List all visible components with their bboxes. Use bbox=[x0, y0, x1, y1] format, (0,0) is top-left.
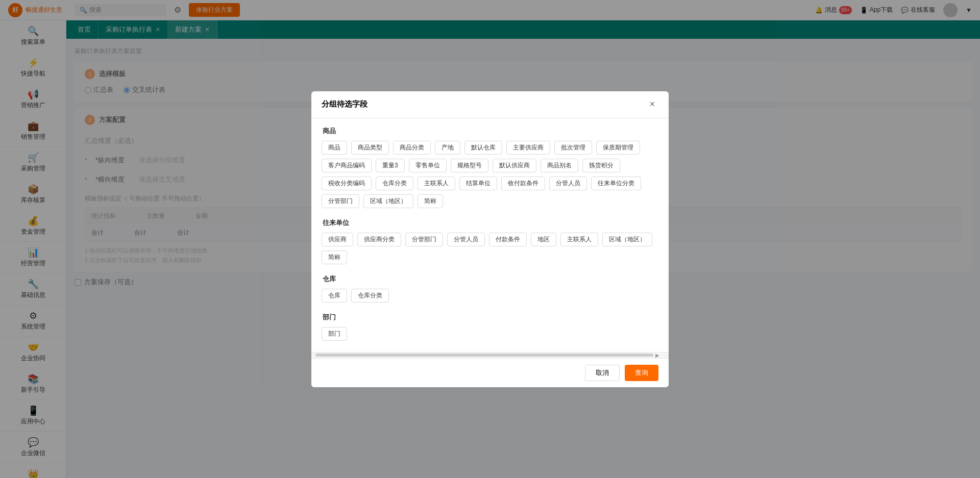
field-tag[interactable]: 拣货积分 bbox=[582, 159, 620, 172]
product-field-tags: 商品 商品类型 商品分类 产地 默认仓库 主要供应商 批次管理 保质期管理 客户… bbox=[322, 141, 658, 208]
field-tag[interactable]: 默认仓库 bbox=[464, 141, 502, 155]
field-tag[interactable]: 供应商 bbox=[322, 233, 353, 246]
field-tag[interactable]: 商品别名 bbox=[541, 159, 578, 172]
section-partner: 往来单位 供应商 供应商分类 分管部门 分管人员 付款条件 地区 主联系人 区域… bbox=[322, 218, 658, 264]
section-department-title: 部门 bbox=[322, 313, 658, 322]
field-tag[interactable]: 商品分类 bbox=[393, 141, 431, 155]
field-tag[interactable]: 简称 bbox=[418, 194, 443, 208]
field-tag[interactable]: 供应商分类 bbox=[357, 233, 401, 246]
field-tag[interactable]: 区域（地区） bbox=[602, 233, 652, 246]
field-tag[interactable]: 区域（地区） bbox=[363, 194, 413, 208]
modal-overlay: 分组待选字段 × 商品 商品 商品类型 商品分类 产地 默认 bbox=[66, 39, 980, 478]
confirm-button[interactable]: 查询 bbox=[625, 365, 658, 381]
modal-close-btn[interactable]: × bbox=[646, 98, 658, 111]
field-tag[interactable]: 客户商品编码 bbox=[322, 159, 372, 172]
partner-field-tags: 供应商 供应商分类 分管部门 分管人员 付款条件 地区 主联系人 区域（地区） … bbox=[322, 233, 658, 264]
field-tag[interactable]: 重量3 bbox=[376, 159, 405, 172]
field-tag[interactable]: 仓库分类 bbox=[376, 177, 413, 190]
field-tag[interactable]: 分管部门 bbox=[322, 194, 359, 208]
section-product-title: 商品 bbox=[322, 127, 658, 136]
modal-dialog: 分组待选字段 × 商品 商品 商品类型 商品分类 产地 默认 bbox=[311, 91, 669, 387]
modal-body: 商品 商品 商品类型 商品分类 产地 默认仓库 主要供应商 批次管理 保质期管理 bbox=[311, 118, 669, 352]
content-area: 采购订单执行表方案设置 1 选择模板 汇总表 交叉统计表 bbox=[66, 39, 980, 478]
field-tag[interactable]: 分管部门 bbox=[405, 233, 443, 246]
field-tag[interactable]: 税收分类编码 bbox=[322, 177, 372, 190]
field-tag[interactable]: 批次管理 bbox=[554, 141, 592, 155]
section-partner-title: 往来单位 bbox=[322, 218, 658, 228]
field-tag[interactable]: 零售单位 bbox=[409, 159, 447, 172]
field-tag[interactable]: 收付款条件 bbox=[501, 177, 545, 190]
field-tag[interactable]: 商品类型 bbox=[351, 141, 389, 155]
field-tag[interactable]: 结算单位 bbox=[459, 177, 497, 190]
warehouse-field-tags: 仓库 仓库分类 bbox=[322, 289, 658, 303]
horizontal-scrollbar[interactable]: ▶ bbox=[311, 352, 669, 358]
modal-header: 分组待选字段 × bbox=[311, 91, 669, 118]
field-tag[interactable]: 商品 bbox=[322, 141, 347, 155]
modal-footer: 取消 查询 bbox=[311, 358, 669, 387]
field-tag[interactable]: 保质期管理 bbox=[596, 141, 640, 155]
field-tag[interactable]: 规格型号 bbox=[451, 159, 488, 172]
field-tag[interactable]: 仓库 bbox=[322, 289, 347, 303]
field-tag[interactable]: 仓库分类 bbox=[351, 289, 389, 303]
field-tag[interactable]: 主联系人 bbox=[560, 233, 598, 246]
section-product: 商品 商品 商品类型 商品分类 产地 默认仓库 主要供应商 批次管理 保质期管理 bbox=[322, 127, 658, 208]
section-department: 部门 部门 bbox=[322, 313, 658, 341]
field-tag[interactable]: 默认供应商 bbox=[493, 159, 536, 172]
modal-title: 分组待选字段 bbox=[322, 99, 368, 109]
section-warehouse: 仓库 仓库 仓库分类 bbox=[322, 274, 658, 303]
field-tag[interactable]: 主要供应商 bbox=[506, 141, 550, 155]
section-warehouse-title: 仓库 bbox=[322, 274, 658, 284]
field-tag[interactable]: 部门 bbox=[322, 327, 347, 341]
field-tag[interactable]: 地区 bbox=[531, 233, 556, 246]
field-tag[interactable]: 分管人员 bbox=[447, 233, 485, 246]
field-tag[interactable]: 往来单位分类 bbox=[591, 177, 641, 190]
cancel-button[interactable]: 取消 bbox=[585, 365, 620, 381]
department-field-tags: 部门 bbox=[322, 327, 658, 341]
field-tag[interactable]: 付款条件 bbox=[489, 233, 527, 246]
field-tag[interactable]: 简称 bbox=[322, 250, 347, 264]
field-tag[interactable]: 分管人员 bbox=[549, 177, 587, 190]
field-tag[interactable]: 主联系人 bbox=[418, 177, 455, 190]
field-tag[interactable]: 产地 bbox=[435, 141, 460, 155]
